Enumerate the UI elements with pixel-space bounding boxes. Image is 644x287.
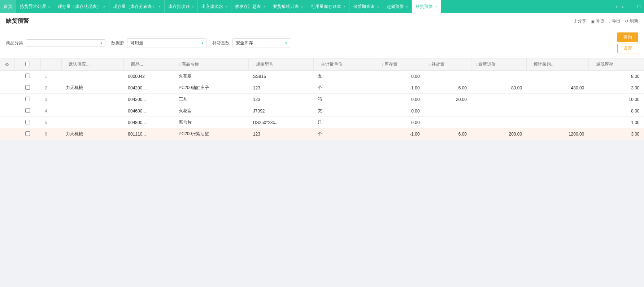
datasource-label: 数据源 [111, 40, 124, 46]
tab-prev-button[interactable]: ‹ [614, 4, 620, 9]
row-replenish: 6.00 [424, 82, 471, 94]
row-checkbox-cell[interactable] [14, 128, 40, 140]
tab-available-ledger[interactable]: 可用量库存账本 × [307, 0, 349, 13]
row-latest-price [471, 94, 526, 105]
tab-in-out-flow[interactable]: 出入库流水 × [198, 0, 231, 13]
row-index: 5 [40, 117, 61, 128]
replenish-dropdown-arrow: ▾ [285, 41, 287, 45]
datasource-filter-group: 数据源 可用量 ▾ [111, 38, 206, 48]
row-gear-cell [0, 128, 14, 140]
tab-demand-stats[interactable]: 要货单统计表 × [269, 0, 307, 13]
tab-inventory-dist[interactable]: 现存量（库存分布表） × [109, 0, 165, 13]
tab-overstock-warning[interactable]: 超储预警 × [383, 0, 412, 13]
row-product-name: 三九 [174, 94, 249, 105]
row-gear-cell [0, 82, 14, 94]
row-product-name: 离合片 [174, 117, 249, 128]
close-icon[interactable]: × [377, 5, 379, 9]
row-index: 1 [40, 71, 61, 82]
th-latest-price[interactable]: 最新进价 [471, 58, 526, 71]
close-icon[interactable]: × [301, 5, 303, 9]
th-unit[interactable]: 主计量单位 [313, 58, 377, 71]
row-stock: -1.00 [377, 82, 424, 94]
th-product-code[interactable]: 商品... [123, 58, 174, 71]
export-button[interactable]: ↓ 导出 [609, 18, 621, 24]
tab-receive-summary[interactable]: 收发存汇总表 × [231, 0, 269, 13]
datasource-select[interactable]: 可用量 ▾ [127, 38, 206, 48]
close-icon[interactable]: × [225, 5, 227, 9]
row-checkbox[interactable] [25, 85, 30, 90]
row-checkbox[interactable] [25, 131, 30, 136]
select-all-checkbox[interactable] [25, 62, 30, 66]
category-select[interactable]: ▾ [26, 39, 105, 47]
th-product-name[interactable]: 商品名称 [174, 58, 249, 71]
row-unit: 支 [313, 105, 377, 117]
row-estimated-purchase [526, 105, 588, 117]
tab-shortage-warning[interactable]: 缺货预警 × [412, 0, 441, 13]
tab-inventory-status[interactable]: 现存量（库存状况表） × [54, 0, 109, 13]
tab-home[interactable]: 首页 [0, 0, 16, 13]
table-row: 2 力天机械 004200... PC200油缸庄子 123 个 -1.00 6… [0, 82, 644, 94]
close-icon[interactable]: × [435, 5, 437, 9]
tab-next-button[interactable]: › [620, 4, 626, 9]
tab-expiry-query[interactable]: 保质期查询 × [349, 0, 383, 13]
table-body: 1 0000042 火花塞 SS816 支 0.00 8.00 2 力天机械 0… [0, 71, 644, 140]
row-checkbox[interactable] [25, 108, 30, 113]
close-icon[interactable]: × [158, 5, 161, 9]
th-replenish[interactable]: 补货量 [424, 58, 471, 71]
tab-minimize-button[interactable]: — [626, 4, 635, 9]
row-checkbox-cell[interactable] [14, 82, 40, 94]
close-icon[interactable]: × [192, 5, 194, 9]
replenish-select[interactable]: 安全库存 ▾ [232, 38, 290, 48]
th-index [40, 58, 61, 71]
th-spec[interactable]: 规格型号 [249, 58, 314, 71]
th-stock[interactable]: 库存量 [377, 58, 424, 71]
th-min-stock[interactable]: 最低库存 [588, 58, 644, 71]
gear-icon[interactable]: ⚙ [5, 62, 9, 67]
row-product-name: PC200张紧油缸 [174, 128, 249, 140]
row-latest-price: 80.00 [471, 82, 526, 94]
share-button[interactable]: ⤴ 分享 [574, 18, 586, 24]
header-actions: ⤴ 分享 ▣ 补货 ↓ 导出 ↺ 刷新 [574, 18, 638, 24]
tab-pick-exception[interactable]: 拣货异常处理 × [16, 0, 54, 13]
row-checkbox-cell[interactable] [14, 71, 40, 82]
row-supplier: 力天机械 [61, 128, 123, 140]
row-stock: 0.00 [377, 117, 424, 128]
th-estimated-purchase[interactable]: 预计采购... [526, 58, 588, 71]
table-row: 6 力天机械 801110... PC200张紧油缸 123 个 -1.00 6… [0, 128, 644, 140]
close-icon[interactable]: × [48, 5, 50, 9]
query-button[interactable]: 查询 [617, 32, 638, 42]
row-product-name: 火花塞 [174, 105, 249, 117]
th-settings[interactable]: ⚙ [0, 58, 14, 71]
row-product-code: 004200... [123, 82, 174, 94]
row-unit: 个 [313, 128, 377, 140]
replenish-button[interactable]: ▣ 补货 [591, 18, 604, 24]
refresh-button[interactable]: ↺ 刷新 [625, 18, 638, 24]
close-icon[interactable]: × [406, 5, 408, 9]
row-checkbox-cell[interactable] [14, 94, 40, 105]
row-product-code: 0000042 [123, 71, 174, 82]
th-supplier[interactable]: 默认供应... [61, 58, 123, 71]
row-product-name: 火花塞 [174, 71, 249, 82]
datasource-value: 可用量 [130, 40, 143, 46]
row-replenish: 20.00 [424, 94, 471, 105]
th-checkbox[interactable] [14, 58, 40, 71]
row-gear-cell [0, 105, 14, 117]
row-checkbox[interactable] [25, 97, 30, 101]
row-supplier: 力天机械 [61, 82, 123, 94]
settings-button[interactable]: 设置 [617, 44, 638, 53]
tab-batch-account[interactable]: 库存批次账 × [165, 0, 198, 13]
page-content: 缺货预警 ⤴ 分享 ▣ 补货 ↓ 导出 ↺ 刷新 商品分类 [0, 13, 644, 140]
row-supplier [61, 94, 123, 105]
filter-actions: 查询 设置 [617, 32, 638, 53]
row-stock: 0.00 [377, 94, 424, 105]
row-checkbox-cell[interactable] [14, 105, 40, 117]
close-icon[interactable]: × [263, 5, 265, 9]
row-estimated-purchase: 1200.00 [526, 128, 588, 140]
row-estimated-purchase [526, 71, 588, 82]
close-icon[interactable]: × [103, 5, 105, 9]
tab-maximize-button[interactable]: □ [635, 4, 643, 9]
row-checkbox[interactable] [25, 120, 30, 124]
row-checkbox-cell[interactable] [14, 117, 40, 128]
close-icon[interactable]: × [343, 5, 345, 9]
row-checkbox[interactable] [25, 74, 30, 78]
